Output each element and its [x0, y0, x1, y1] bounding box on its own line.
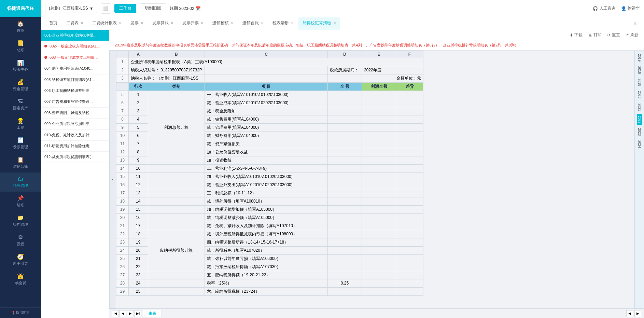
sidebar-item-label: 资金管理 — [13, 86, 28, 92]
left-panel-item-006[interactable]: 006-职工薪酬纳税调整明细... — [41, 85, 109, 96]
download-button[interactable]: ⬇ 下载 — [570, 32, 583, 38]
col-f-header: F — [396, 51, 423, 58]
left-panel-item-007[interactable]: 007-广告费和业务宣传费跨... — [41, 96, 109, 107]
year-2024[interactable]: 2024 — [637, 138, 642, 150]
sidebar-item-guide[interactable]: 🧭 新手引导 — [0, 250, 41, 269]
invoice-calc-tab-close[interactable]: ✕ — [171, 21, 173, 25]
tab-salary[interactable]: 工资表 ✕ — [62, 17, 87, 29]
col-e-header: E — [362, 51, 396, 58]
data-row-20: 20 16 减：纳税调整减少额（填写A105000） — [116, 213, 423, 222]
sidebar-item-home[interactable]: 🏠 首页 — [0, 17, 41, 37]
left-panel-item-012[interactable]: 012-减免所得税优惠明细表(... — [41, 152, 109, 163]
left-panel-item-011[interactable]: 011-研发费用加计扣除优惠... — [41, 141, 109, 152]
sidebar-item-finance[interactable]: 💰 资金管理 — [0, 75, 41, 95]
salary-icon: 👷 — [17, 117, 24, 124]
period-value: 2023-02 — [179, 6, 194, 11]
empty-2c — [205, 66, 328, 74]
header-quan-e: 全 额 — [328, 82, 362, 91]
col-rownum-header — [116, 51, 129, 58]
ledger-icon: 📒 — [17, 40, 24, 46]
tab-salary-report[interactable]: 工资统计报表 ✕ — [88, 17, 126, 29]
sidebar-item-label: 进销台账 — [13, 164, 28, 169]
ai-consult[interactable]: 🎧 人工咨询 — [593, 5, 616, 11]
sheet-nav-next[interactable]: ▶ — [127, 310, 134, 317]
sidebar-pin-toggle[interactable]: 📍 取消固定 — [0, 307, 41, 318]
sheet-tab-main[interactable]: 主表 — [143, 310, 162, 317]
user-icon: 👤 — [621, 6, 626, 11]
sheet-table-wrap[interactable]: A B C D E F 1 企业所 — [116, 51, 634, 309]
tab-home[interactable]: 首页 — [45, 17, 61, 29]
purchase-audit-tab-close[interactable]: ✕ — [231, 21, 234, 25]
sidebar-item-archive[interactable]: 📁 归档管理 — [0, 211, 41, 231]
sheet-wrapper: ‹ A B C D E F — [109, 51, 644, 309]
collapse-button[interactable]: ‹ — [109, 51, 116, 309]
tab-purchase-audit[interactable]: 进销稽核 ✕ — [208, 17, 238, 29]
salary-tab-close[interactable]: ✕ — [81, 21, 83, 25]
year-2020[interactable]: 2020 — [637, 89, 642, 100]
old-version-button[interactable]: 切到旧版 — [140, 3, 166, 13]
header-xiang-mu: 项 目 — [205, 82, 328, 91]
left-panel-item-005[interactable]: 005-纳税调整项目明细表(A1... — [41, 74, 109, 85]
period-display: 账期 2023-02 📅 — [170, 5, 201, 11]
tax-table-tab-close[interactable]: ✕ — [291, 21, 294, 25]
tab-invoice-open[interactable]: 发票开票 ✕ — [178, 17, 208, 29]
left-panel-item-003[interactable]: 003-一般企业成本支出明细... — [41, 52, 109, 63]
invoice-icon: 🧾 — [17, 137, 24, 143]
data-row-15: 15 11 加：营业外收入(填写A101010\101020\103000) — [116, 172, 423, 181]
user-info[interactable]: 👤 徐运华 — [621, 5, 640, 11]
year-2022[interactable]: 2022 — [637, 114, 642, 125]
scroll-right-btn[interactable]: ▶ — [634, 310, 641, 317]
salary-report-tab-close[interactable]: ✕ — [119, 21, 122, 25]
sidebar-item-invoice[interactable]: 🧾 发票管理 — [0, 134, 41, 153]
sidebar-item-reports[interactable]: 📊 报表中心 — [0, 56, 41, 75]
sidebar-item-label: 设置 — [17, 241, 24, 247]
sheet-nav-last[interactable]: ▶| — [135, 310, 141, 317]
invoice-open-tab-close[interactable]: ✕ — [201, 21, 204, 25]
refresh-button[interactable]: ⟳ 刷新 — [626, 32, 639, 38]
purchase-ledger-tab-close[interactable]: ✕ — [261, 21, 264, 25]
year-2019[interactable]: 2019 — [637, 52, 642, 64]
invoice-tab-close[interactable]: ✕ — [141, 21, 143, 25]
income-tax-tab-close[interactable]: ✕ — [333, 21, 336, 25]
close-all-tabs-icon[interactable]: ✕ — [630, 21, 640, 26]
sidebar-item-settle[interactable]: 📌 结账 — [0, 192, 41, 211]
copy-icon-btn[interactable]: ⬜ — [101, 3, 111, 14]
left-panel-item-004[interactable]: 004-期间费用明细表(A1040... — [41, 63, 109, 74]
reset-button[interactable]: ↺ 重置 — [607, 32, 620, 38]
sidebar-item-ledger[interactable]: 📒 总账 — [0, 37, 41, 56]
copy-icon: ⬜ — [103, 6, 108, 11]
print-button[interactable]: 🖨 打印 — [588, 32, 602, 38]
tab-invoice-calc[interactable]: 发票算账 ✕ — [148, 17, 178, 29]
left-panel-item-002[interactable]: 002-一般企业收入明细表(A1... — [41, 41, 109, 52]
year-2023[interactable]: 2023 — [637, 126, 642, 138]
purchase-sales-icon: 📋 — [17, 156, 24, 163]
left-panel-item-010[interactable]: 010-免税、减计收入及加计... — [41, 130, 109, 141]
tab-tax-table[interactable]: 税表清册 ✕ — [268, 17, 298, 29]
data-row-28: 28 24 税率（25%） 0.25 — [116, 279, 423, 287]
sheet-nav-first[interactable]: |◀ — [112, 310, 119, 317]
tab-purchase-ledger[interactable]: 进销台账 ✕ — [238, 17, 268, 29]
header-lei-bie: 类别 — [148, 82, 205, 91]
error-dot-003 — [44, 56, 47, 59]
sheet-nav: |◀ ◀ ▶ ▶| — [112, 310, 141, 317]
nav-tabs-close[interactable]: ✕ — [630, 21, 640, 26]
left-panel-item-001[interactable]: 001-企业所得税年度纳税申报... — [41, 30, 109, 41]
year-2016[interactable]: 2016 — [637, 64, 642, 76]
sidebar-item-tax[interactable]: 🗂 税务管理 — [0, 172, 41, 192]
sidebar-item-salary[interactable]: 👷 工资 — [0, 114, 41, 134]
sidebar-item-assets[interactable]: 🏗 固定资产 — [0, 95, 41, 114]
year-2018[interactable]: 2018 — [637, 77, 642, 88]
tab-invoice[interactable]: 发票 ✕ — [126, 17, 148, 29]
sidebar-item-member[interactable]: 👑 畅会员 — [0, 269, 41, 289]
scroll-left-btn[interactable]: ◀ — [626, 310, 633, 317]
sidebar-item-settings[interactable]: ⚙ 设置 — [0, 231, 41, 250]
sheet-nav-prev[interactable]: ◀ — [120, 310, 126, 317]
sidebar-item-purchase-sales[interactable]: 📋 进销台账 — [0, 153, 41, 172]
left-panel-item-008[interactable]: 008-资产折旧、摊销及纳税... — [41, 108, 109, 119]
tab-income-tax[interactable]: 所得税汇算清缴 ✕ — [298, 17, 340, 29]
calendar-icon[interactable]: 📅 — [196, 6, 201, 11]
year-2021[interactable]: 2021 — [637, 101, 642, 113]
workbench-button[interactable]: 工作台 — [114, 4, 136, 13]
left-panel-item-009[interactable]: 009-企业所得税补亏损明细... — [41, 119, 109, 129]
company-selector[interactable]: (勿删）江西服宝-LSS ▼ — [45, 4, 97, 13]
